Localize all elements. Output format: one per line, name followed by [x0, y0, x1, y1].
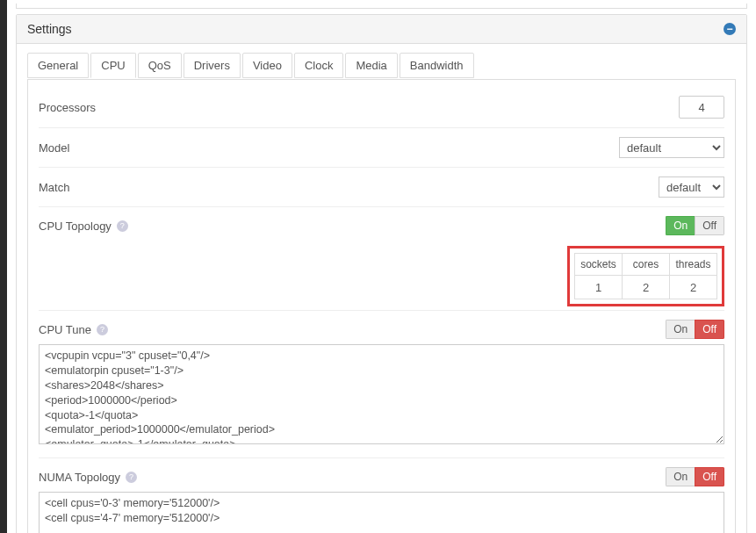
cpu-topology-label-text: CPU Topology [39, 220, 112, 233]
model-label: Model [39, 141, 69, 155]
help-icon[interactable]: ? [126, 472, 137, 483]
match-select[interactable]: default [659, 176, 724, 198]
tab-cpu[interactable]: CPU [90, 53, 135, 78]
tab-bandwidth[interactable]: Bandwidth [400, 53, 474, 78]
cpu-tune-toggle[interactable]: On Off [666, 320, 724, 339]
topology-highlight: sockets cores threads [567, 246, 724, 306]
toggle-off[interactable]: Off [695, 216, 724, 235]
th-cores: cores [623, 254, 670, 276]
tab-general[interactable]: General [27, 53, 89, 78]
threads-input[interactable] [670, 276, 716, 299]
tab-clock[interactable]: Clock [294, 53, 344, 78]
help-icon[interactable]: ? [97, 324, 108, 335]
toggle-on[interactable]: On [666, 320, 695, 339]
left-strip [0, 0, 7, 533]
cpu-tune-textarea[interactable] [39, 344, 724, 444]
numa-label: NUMA Topology ? [39, 471, 137, 484]
tab-video[interactable]: Video [242, 53, 292, 78]
model-select[interactable]: default [619, 137, 724, 158]
toggle-off[interactable]: Off [695, 320, 724, 339]
cpu-topology-toggle[interactable]: On Off [666, 216, 724, 235]
toggle-on[interactable]: On [666, 216, 695, 235]
cpu-tune-label: CPU Tune ? [39, 323, 108, 336]
processors-label: Processors [39, 101, 96, 114]
tab-content-cpu: Processors Model default Match default [27, 79, 736, 533]
toggle-off[interactable]: Off [695, 467, 724, 486]
collapse-icon[interactable]: − [724, 23, 736, 35]
tab-qos[interactable]: QoS [138, 53, 182, 78]
numa-toggle[interactable]: On Off [666, 467, 724, 486]
cores-input[interactable] [623, 276, 669, 299]
tab-drivers[interactable]: Drivers [184, 53, 241, 78]
processors-input[interactable] [679, 96, 724, 119]
tabs: General CPU QoS Drivers Video Clock Medi… [27, 53, 736, 78]
topology-table: sockets cores threads [574, 253, 717, 299]
settings-panel: Settings − General CPU QoS Drivers Video… [16, 14, 747, 533]
sockets-input[interactable] [575, 276, 622, 299]
cpu-topology-label: CPU Topology ? [39, 220, 128, 233]
match-label: Match [39, 181, 69, 194]
tab-media[interactable]: Media [345, 53, 397, 78]
help-icon[interactable]: ? [117, 220, 128, 232]
th-sockets: sockets [575, 254, 623, 276]
toggle-on[interactable]: On [666, 467, 695, 486]
cpu-tune-label-text: CPU Tune [39, 323, 91, 336]
panel-title: Settings [27, 22, 72, 36]
numa-label-text: NUMA Topology [39, 471, 120, 484]
panel-header[interactable]: Settings − [17, 15, 746, 44]
prev-panel-edge [16, 4, 747, 9]
th-threads: threads [670, 254, 717, 276]
numa-textarea[interactable] [39, 492, 724, 533]
